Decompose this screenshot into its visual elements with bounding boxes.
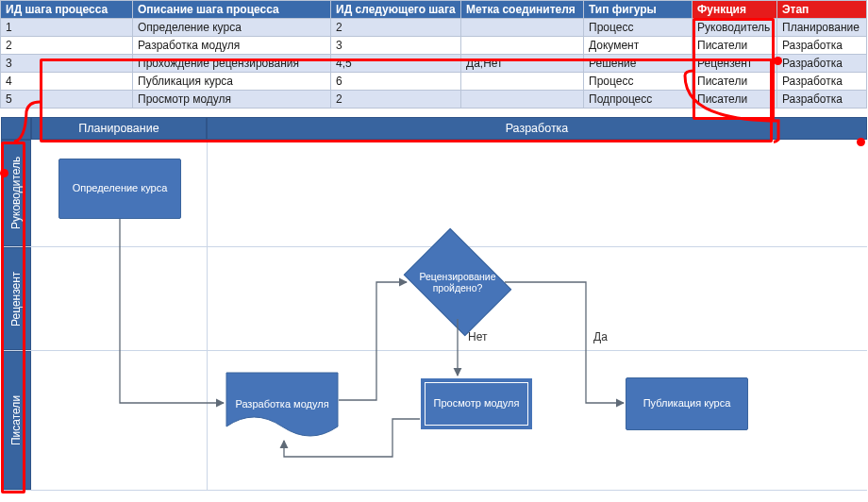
cell-conn[interactable]: [461, 91, 584, 109]
cell-desc[interactable]: Прохождение рецензирования: [133, 55, 331, 73]
cell-func[interactable]: Писатели: [693, 91, 777, 109]
cell-stage[interactable]: Разработка: [777, 91, 867, 109]
cell-func[interactable]: Писатели: [693, 73, 777, 91]
cell-id[interactable]: 2: [1, 37, 133, 55]
cell-conn[interactable]: [461, 19, 584, 37]
cell-id[interactable]: 1: [1, 19, 133, 37]
cell-desc[interactable]: Разработка модуля: [133, 37, 331, 55]
col-stage[interactable]: Этап: [777, 1, 867, 19]
table-header-row: ИД шага процесса Описание шага процесса …: [1, 1, 867, 19]
cell-next[interactable]: 2: [331, 19, 461, 37]
cell-next[interactable]: 6: [331, 73, 461, 91]
cell-shape[interactable]: Процесс: [584, 73, 693, 91]
table-row[interactable]: 1 Определение курса 2 Процесс Руководите…: [1, 19, 867, 37]
cell-func[interactable]: Рецензент: [693, 55, 777, 73]
cell-conn[interactable]: Да;Нет: [461, 55, 584, 73]
lane-label-manager[interactable]: Руководитель: [1, 140, 31, 246]
col-step-desc[interactable]: Описание шага процесса: [133, 1, 331, 19]
shape-develop-module[interactable]: Разработка модуля: [225, 372, 339, 440]
cell-shape[interactable]: Документ: [584, 37, 693, 55]
table-row[interactable]: 4 Публикация курса 6 Процесс Писатели Ра…: [1, 73, 867, 91]
cell-func[interactable]: Писатели: [693, 37, 777, 55]
phase-planning[interactable]: Планирование: [31, 117, 207, 140]
cell-next[interactable]: 2: [331, 91, 461, 109]
phase-corner: [1, 117, 31, 140]
cell-desc[interactable]: Публикация курса: [133, 73, 331, 91]
shape-review-decision[interactable]: Рецензирование пройдено?: [414, 249, 501, 315]
cell-stage[interactable]: Разработка: [777, 73, 867, 91]
cell-id[interactable]: 5: [1, 91, 133, 109]
cell-stage[interactable]: Разработка: [777, 55, 867, 73]
table-row[interactable]: 5 Просмотр модуля 2 Подпроцесс Писатели …: [1, 91, 867, 109]
callout-dot-2: [857, 138, 865, 146]
edge-label-yes: Да: [593, 330, 608, 343]
cell-desc[interactable]: Определение курса: [133, 19, 331, 37]
phase-header: Планирование Разработка: [1, 117, 867, 140]
shape-review-module[interactable]: Просмотр модуля: [420, 377, 533, 430]
cell-shape[interactable]: Подпроцесс: [584, 91, 693, 109]
cell-conn[interactable]: [461, 37, 584, 55]
shape-develop-module-label: Разработка модуля: [235, 398, 328, 413]
lane-label-writers[interactable]: Писатели: [1, 351, 31, 490]
cell-next[interactable]: 4;5: [331, 55, 461, 73]
col-function[interactable]: Функция: [693, 1, 777, 19]
table-row[interactable]: 3 Прохождение рецензирования 4;5 Да;Нет …: [1, 55, 867, 73]
shape-publish-course[interactable]: Публикация курса: [626, 377, 748, 430]
table-row[interactable]: 2 Разработка модуля 3 Документ Писатели …: [1, 37, 867, 55]
cell-stage[interactable]: Разработка: [777, 37, 867, 55]
cell-conn[interactable]: [461, 73, 584, 91]
col-connector[interactable]: Метка соединителя: [461, 1, 584, 19]
cell-stage[interactable]: Планирование: [777, 19, 867, 37]
cell-desc[interactable]: Просмотр модуля: [133, 91, 331, 109]
callout-dot-3: [0, 169, 8, 177]
cell-shape[interactable]: Решение: [584, 55, 693, 73]
cell-next[interactable]: 3: [331, 37, 461, 55]
col-next-id[interactable]: ИД следующего шага: [331, 1, 461, 19]
cell-id[interactable]: 3: [1, 55, 133, 73]
shape-define-course[interactable]: Определение курса: [58, 159, 181, 219]
callout-dot-1: [774, 57, 782, 65]
col-step-id[interactable]: ИД шага процесса: [1, 1, 133, 19]
shape-review-decision-label: Рецензирование пройдено?: [413, 271, 501, 293]
process-table: ИД шага процесса Описание шага процесса …: [0, 0, 867, 109]
swimlane-diagram[interactable]: Планирование Разработка Руководитель Рец…: [1, 117, 867, 492]
lane-label-reviewer[interactable]: Рецензент: [1, 247, 31, 350]
cell-id[interactable]: 4: [1, 73, 133, 91]
col-shape-type[interactable]: Тип фигуры: [584, 1, 693, 19]
cell-shape[interactable]: Процесс: [584, 19, 693, 37]
phase-development[interactable]: Разработка: [207, 117, 867, 140]
cell-func[interactable]: Руководитель: [693, 19, 777, 37]
edge-label-no: Нет: [468, 330, 487, 343]
